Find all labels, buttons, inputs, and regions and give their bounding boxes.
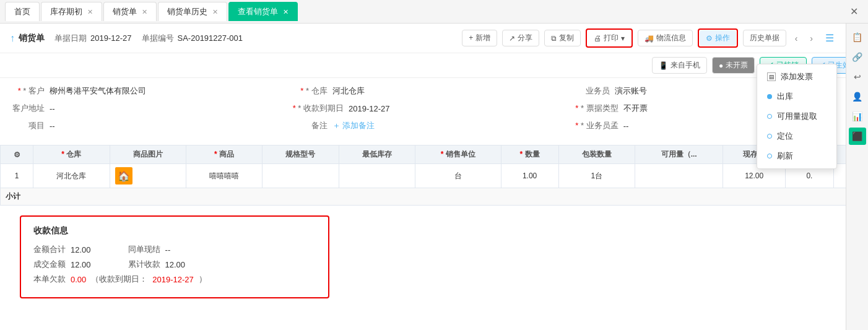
address-field: 客户地址 -- (10, 103, 293, 114)
doc-date-item: 单据日期 2019-12-27 (54, 33, 132, 44)
tab-sales-close[interactable]: ✕ (142, 8, 147, 16)
logistics-button[interactable]: 🚚 物流信息 (638, 30, 693, 46)
th-spec: 规格型号 (263, 145, 339, 164)
copy-button[interactable]: ⧉ 复制 (544, 30, 581, 46)
add-note-button[interactable]: ＋ 添加备注 (332, 120, 375, 131)
tab-home-label: 首页 (14, 6, 30, 17)
row-available (635, 164, 723, 188)
window-close-button[interactable]: ✕ (845, 3, 863, 20)
tab-view-sales[interactable]: 查看销货单 ✕ (228, 2, 298, 21)
salesperson-value[interactable]: 演示账号 (615, 85, 647, 97)
payment-info-box: 收款信息 金额合计 12.00 同单现结 -- 成交金额 12.00 累计收款 (20, 215, 329, 298)
tab-view-close[interactable]: ✕ (283, 8, 289, 16)
transaction-value: 12.00 (71, 260, 91, 269)
sidebar-icon-chart[interactable]: 📊 (849, 108, 866, 125)
tab-sales-history[interactable]: 销货单历史 ✕ (158, 2, 227, 21)
same-order-label: 同单现结 (128, 244, 160, 255)
address-label: 客户地址 (10, 103, 45, 114)
project-label: 项目 (10, 120, 45, 131)
checkout-dot-icon (767, 94, 772, 99)
tab-home[interactable]: 首页 (5, 2, 40, 21)
available-circle-icon (767, 114, 772, 119)
sidebar-icon-doc[interactable]: 📋 (849, 28, 866, 46)
due-date-value[interactable]: 2019-12-27 (349, 104, 390, 113)
not-open-icon: ● (719, 61, 723, 70)
project-field: 项目 -- (10, 120, 293, 131)
sales-rep-value[interactable]: -- (623, 121, 629, 131)
sidebar-icon-link[interactable]: 🔗 (849, 48, 866, 66)
menu-item-locate[interactable]: 定位 (757, 126, 836, 146)
menu-item-refresh[interactable]: 刷新 (757, 146, 836, 166)
salesperson-label: 业务员 (575, 85, 610, 97)
warehouse-label: * 仓库 (293, 85, 328, 97)
sidebar-icon-return[interactable]: ↩ (849, 68, 866, 85)
tab-history-close[interactable]: ✕ (212, 8, 218, 16)
row-sales-unit: 台 (415, 164, 501, 188)
history-button[interactable]: 历史单据 (743, 30, 786, 46)
menu-item-checkout[interactable]: 出库 (757, 87, 836, 106)
customer-value[interactable]: 柳州粤港平安气体有限公司 (50, 85, 146, 97)
logistics-label: 物流信息 (656, 33, 686, 43)
row-min-stock (339, 164, 415, 188)
tab-sales-order[interactable]: 销货单 ✕ (103, 2, 157, 21)
print-dropdown-icon: ▾ (621, 34, 625, 43)
warehouse-field: * 仓库 河北仓库 (293, 85, 576, 97)
arrears-label: 本单欠款 (33, 274, 66, 285)
ticket-type-value[interactable]: 不开票 (623, 103, 648, 114)
address-value[interactable]: -- (50, 104, 55, 113)
doc-number-item: 单据编号 SA-20191227-001 (142, 33, 243, 44)
sidebar-icon-expand[interactable]: ⬛ (849, 128, 866, 145)
arrears-value: 0.00 (71, 275, 86, 284)
data-table: ⚙ 仓库 商品图片 商品 规格型号 最低库存 销售单位 数量 包装数量 可用量（… (0, 145, 868, 206)
subtotal-row: 小计 (1, 188, 868, 206)
row-product-img: 🏠 (110, 164, 186, 188)
tab-inventory-close[interactable]: ✕ (87, 8, 93, 16)
prev-arrow[interactable]: ‹ (791, 31, 802, 46)
right-sidebar: 📋 🔗 ↩ 👤 📊 ⬛ (846, 24, 868, 330)
menu-item-add-invoice[interactable]: ▤ 添加发票 (757, 67, 836, 87)
customer-label: * 客户 (10, 85, 45, 97)
due-date-label: * 收款到期日 (293, 103, 344, 114)
menu-item-available[interactable]: 可用量提取 (757, 106, 836, 126)
checkout-label: 出库 (777, 91, 793, 102)
transaction-label: 成交金额 (33, 259, 66, 270)
tab-inventory-init[interactable]: 库存期初 ✕ (41, 2, 102, 21)
add-invoice-label: 添加发票 (781, 71, 813, 82)
arrears-item: 本单欠款 0.00 （收款到期日： 2019-12-27 ） (33, 274, 207, 285)
warehouse-value[interactable]: 河北仓库 (332, 85, 365, 97)
print-highlight-box: 🖨 打印 ▾ (586, 28, 633, 48)
sidebar-icon-user[interactable]: 👤 (849, 88, 866, 105)
table-row: 1 河北仓库 🏠 嘻嘻嘻嘻 台 1.00 1台 12.00 0. (1, 164, 868, 188)
form-row-2: 客户地址 -- * 收款到期日 2019-12-27 * 票据类型 不开票 (10, 103, 858, 114)
product-thumbnail: 🏠 (115, 167, 132, 185)
tab-view-label: 查看销货单 (238, 6, 278, 17)
new-button[interactable]: + 新增 (462, 30, 497, 46)
from-phone-button[interactable]: 📱 来自手机 (652, 57, 707, 74)
th-pack-qty: 包装数量 (558, 145, 635, 164)
locate-label: 定位 (777, 131, 793, 142)
print-button[interactable]: 🖨 打印 ▾ (588, 30, 631, 46)
share-button[interactable]: ↗ 分享 (502, 30, 539, 46)
same-order-item: 同单现结 -- (128, 244, 171, 255)
operate-icon: ⚙ (706, 34, 713, 43)
locate-circle-icon (767, 134, 772, 139)
th-product: 商品 (186, 145, 262, 164)
next-arrow[interactable]: › (806, 31, 817, 46)
sales-rep-label: * 业务员孟 (575, 120, 618, 131)
not-open-button[interactable]: ● 未开票 (712, 57, 755, 74)
list-view-icon[interactable]: ☰ (822, 30, 838, 46)
doc-date-label: 单据日期 (54, 33, 87, 44)
share-label: 分享 (518, 33, 532, 43)
total-amount-value: 12.00 (71, 245, 91, 254)
row-quantity: 1.00 (501, 164, 558, 188)
operate-button[interactable]: ⚙ 操作 (700, 30, 736, 46)
operate-label: 操作 (715, 33, 730, 43)
note-placeholder: 添加备注 (342, 120, 375, 131)
payment-row-1: 金额合计 12.00 同单现结 -- (33, 244, 316, 255)
new-label: + 新增 (469, 33, 490, 43)
th-gear[interactable]: ⚙ (1, 145, 33, 164)
table-header-row: ⚙ 仓库 商品图片 商品 规格型号 最低库存 销售单位 数量 包装数量 可用量（… (1, 145, 868, 164)
payment-section: 收款信息 金额合计 12.00 同单现结 -- 成交金额 12.00 累计收款 (0, 206, 868, 308)
row-spec (263, 164, 339, 188)
project-value[interactable]: -- (50, 121, 55, 131)
